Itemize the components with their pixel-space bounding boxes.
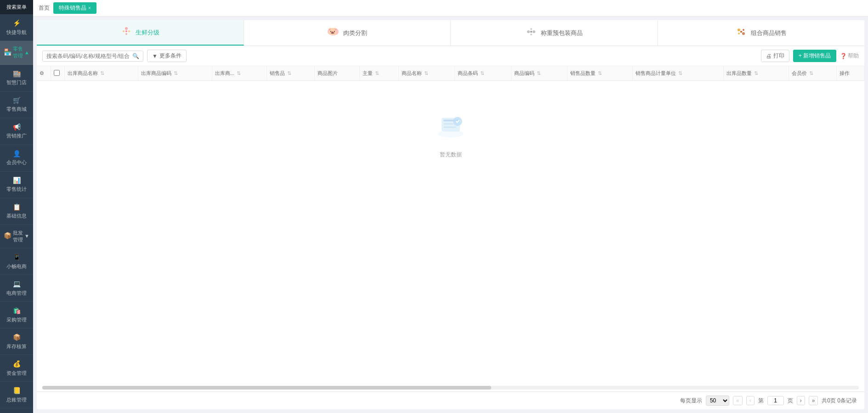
help-button[interactable]: ❓ 帮助 — [840, 52, 859, 60]
search-input[interactable] — [46, 53, 130, 59]
cat-tab-weigh-pack[interactable]: 称重预包装商品 — [451, 20, 658, 46]
svg-point-13 — [738, 29, 740, 31]
chevron-down-icon: ▼ — [24, 233, 29, 240]
col-weight[interactable]: 主量 ⇅ — [359, 66, 398, 81]
empty-icon — [432, 109, 469, 145]
pagination: 每页显示 20 50 100 « ‹ 第 页 › » 共0页 0条记录 — [37, 391, 864, 409]
combo-label: 组合商品销售 — [751, 29, 787, 37]
table-container: ⚙ 出库商品名称 ⇅ 出库商品编码 ⇅ — [37, 66, 864, 384]
sidebar-logo[interactable]: 搜索菜单 — [0, 0, 33, 14]
meat-cut-icon: 🐷 — [327, 27, 340, 39]
filter-button[interactable]: ▼ 更多条件 — [147, 50, 187, 62]
basic-info-icon: 📋 — [2, 203, 31, 212]
col-product-img[interactable]: 商品图片 — [314, 66, 359, 81]
sidebar-item-retail-mgmt[interactable]: 🏪 零售管理 ▲ — [0, 41, 33, 65]
sort-icon: ⇅ — [480, 70, 484, 76]
retail-stats-icon: 📊 — [2, 176, 31, 185]
sort-icon: ⇅ — [424, 70, 428, 76]
col-out-qty[interactable]: 出库品数量 ⇅ — [724, 66, 789, 81]
active-tab-label: 特殊销售品 — [59, 4, 86, 12]
col-out-spec[interactable]: 出库商... ⇅ — [212, 66, 267, 81]
sales-promo-icon: 📢 — [2, 123, 31, 132]
sidebar-item-sales-promo[interactable]: 📢 营销推广 — [0, 118, 33, 145]
sidebar-item-smart-store[interactable]: 🏬 智慧门店 — [0, 65, 33, 92]
col-product-name[interactable]: 商品名称 ⇅ — [398, 66, 455, 81]
col-product-code[interactable]: 商品编码 ⇅ — [511, 66, 567, 81]
svg-point-0 — [125, 27, 128, 30]
sort-icon: ⇅ — [678, 70, 682, 76]
last-page-button[interactable]: » — [809, 396, 818, 405]
page-label-pre: 第 — [758, 397, 764, 405]
sidebar-item-retail-mall[interactable]: 🛒 零售商城 — [0, 92, 33, 118]
svg-point-17 — [740, 31, 742, 33]
col-out-name[interactable]: 出库商品名称 ⇅ — [64, 66, 138, 81]
sort-icon: ⇅ — [809, 70, 813, 76]
col-barcode[interactable]: 商品条码 ⇅ — [455, 66, 511, 81]
horizontal-scrollbar[interactable] — [42, 386, 859, 390]
first-page-button[interactable]: « — [733, 396, 743, 405]
sort-icon: ⇅ — [537, 70, 541, 76]
col-out-code[interactable]: 出库商品编码 ⇅ — [138, 66, 212, 81]
sidebar-item-general-ledger[interactable]: 📒 总账管理 — [0, 382, 33, 408]
page-number-input[interactable] — [767, 396, 784, 405]
member-center-icon: 👤 — [2, 149, 31, 159]
sidebar-item-fund-mgmt[interactable]: 💰 资金管理 — [0, 355, 33, 382]
sidebar: 搜索菜单 ⚡ 快捷导航 🏪 零售管理 ▲ 🏬 智慧门店 🛒 零售商城 📢 营销推… — [0, 0, 33, 413]
sidebar-item-member-center[interactable]: 👤 会员中心 — [0, 145, 33, 172]
sidebar-item-quick-nav[interactable]: ⚡ 快捷导航 — [0, 14, 33, 41]
search-box[interactable]: 🔍 — [42, 51, 143, 62]
sidebar-item-inventory[interactable]: 📦 库存核算 — [0, 328, 33, 355]
home-tab[interactable]: 首页 — [39, 4, 50, 12]
retail-mall-icon: 🛒 — [2, 96, 31, 105]
sidebar-item-retail-stats[interactable]: 📊 零售统计 — [0, 172, 33, 198]
quick-nav-icon: ⚡ — [2, 19, 31, 28]
ecom-mgmt-icon: 💻 — [2, 280, 31, 289]
svg-point-15 — [738, 33, 740, 34]
per-page-select[interactable]: 20 50 100 — [706, 396, 729, 406]
svg-text:🐷: 🐷 — [328, 27, 337, 35]
cat-tab-combo[interactable]: 组合商品销售 — [658, 20, 865, 46]
purchase-mgmt-icon: 🛍️ — [2, 306, 31, 315]
cat-tab-fresh-grade[interactable]: 生鲜分级 — [37, 20, 244, 46]
filter-icon: ▼ — [152, 53, 158, 59]
empty-text: 暂无数据 — [440, 151, 462, 159]
sort-icon: ⇅ — [598, 70, 602, 76]
sidebar-item-basic-info[interactable]: 📋 基础信息 — [0, 198, 33, 225]
print-icon: 🖨 — [766, 53, 772, 59]
fresh-grade-icon — [121, 26, 132, 39]
page-label-post: 页 — [788, 397, 793, 405]
select-all-checkbox[interactable] — [54, 70, 60, 76]
col-sale-item[interactable]: 销售品 ⇅ — [267, 66, 314, 81]
sidebar-item-wholesale-mgmt[interactable]: 📦 批发管理 ▼ — [0, 225, 33, 249]
tab-close-icon[interactable]: × — [88, 6, 91, 11]
wholesale-mgmt-icon: 📦 — [4, 231, 11, 241]
sidebar-item-purchase-mgmt[interactable]: 🛍️ 采购管理 — [0, 302, 33, 328]
cat-tab-meat-cut[interactable]: 🐷 肉类分割 — [244, 20, 451, 46]
col-sale-qty[interactable]: 销售品数量 ⇅ — [567, 66, 633, 81]
inventory-icon: 📦 — [2, 333, 31, 342]
col-member-price[interactable]: 会员价 ⇅ — [789, 66, 836, 81]
add-sale-item-button[interactable]: + 新增销售品 — [793, 50, 836, 62]
prev-page-button[interactable]: ‹ — [746, 396, 755, 405]
search-icon: 🔍 — [132, 53, 139, 59]
svg-point-10 — [533, 30, 535, 33]
svg-point-3 — [123, 30, 125, 32]
col-sale-unit[interactable]: 销售商品计量单位 ⇅ — [632, 66, 723, 81]
data-table: ⚙ 出库商品名称 ⇅ 出库商品编码 ⇅ — [37, 66, 864, 81]
help-icon: ❓ — [840, 53, 847, 59]
svg-point-2 — [125, 33, 127, 35]
col-settings[interactable]: ⚙ — [37, 66, 51, 81]
sidebar-item-mini-ecom[interactable]: 📱 小畅电商 — [0, 248, 33, 275]
topbar: 首页 特殊销售品 × — [33, 0, 868, 17]
next-page-button[interactable]: › — [797, 396, 805, 405]
sidebar-item-invoice-mgmt[interactable]: 🧾 发票管理 — [0, 408, 33, 413]
print-button[interactable]: 🖨 打印 — [761, 50, 789, 62]
svg-rect-22 — [443, 126, 456, 128]
col-checkbox[interactable] — [51, 66, 64, 81]
sidebar-item-ecom-mgmt[interactable]: 💻 电商管理 — [0, 275, 33, 302]
scroll-thumb[interactable] — [42, 386, 491, 390]
meat-cut-label: 肉类分割 — [343, 29, 367, 37]
toolbar-left: 🔍 ▼ 更多条件 — [42, 50, 187, 62]
svg-point-16 — [742, 32, 745, 35]
active-tab[interactable]: 特殊销售品 × — [53, 2, 96, 14]
